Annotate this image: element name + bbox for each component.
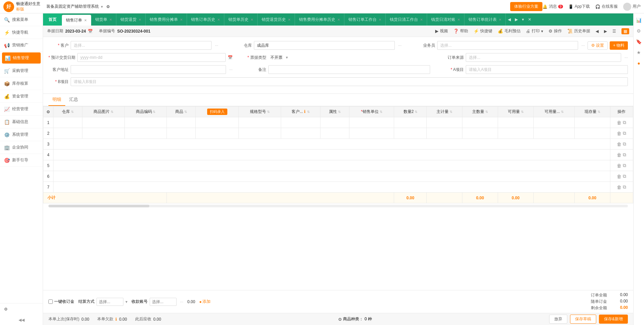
th-settings[interactable]: ⚙: [43, 107, 53, 117]
row-1-customer-code[interactable]: [281, 117, 320, 128]
tab-sales-refund-history[interactable]: 销货退货历史 ✕: [258, 13, 295, 26]
close-tab-icon[interactable]: ✕: [457, 18, 460, 22]
sidebar-item-system[interactable]: ⚙️ 系统管理: [0, 128, 43, 141]
tab-sales-order[interactable]: 销售订单 ✕: [62, 15, 91, 26]
sidebar-settings-btn[interactable]: ⚙: [0, 303, 43, 315]
sidebar-item-sales[interactable]: 📊 销售管理: [2, 52, 41, 64]
one-click-payment-input[interactable]: [48, 299, 53, 304]
row-1-code[interactable]: [124, 117, 167, 128]
history-next-btn[interactable]: ▶: [604, 29, 607, 34]
tab-sales-order-history[interactable]: 销售订单历史 ✕: [187, 13, 224, 26]
row-1-copy-btn[interactable]: ⧉: [623, 120, 626, 125]
right-icon-dot[interactable]: ●: [635, 59, 643, 67]
profit-btn[interactable]: 💰 毛利预估: [498, 28, 521, 34]
th-available[interactable]: 可用量: [498, 107, 533, 117]
chevron-icon[interactable]: ▾: [101, 4, 103, 9]
tab-home[interactable]: 首页: [43, 13, 62, 26]
row-1-warehouse[interactable]: [53, 117, 82, 128]
row-1-attribute[interactable]: [320, 117, 349, 128]
close-tab-icon[interactable]: ✕: [251, 18, 253, 22]
row-2-attribute[interactable]: [320, 128, 349, 139]
right-icon-chart[interactable]: 📊: [635, 16, 643, 24]
sidebar-item-finance[interactable]: 💰 资金管理: [0, 90, 43, 103]
close-tab-icon[interactable]: ✕: [420, 18, 423, 22]
delivery-date-input[interactable]: [77, 53, 226, 62]
row-7-delete-btn[interactable]: 🗑: [617, 185, 621, 190]
th-qty2[interactable]: 数量2: [394, 107, 427, 117]
row-2-product[interactable]: [167, 128, 196, 139]
row-2-copy-btn[interactable]: ⧉: [623, 130, 626, 136]
close-tab-icon[interactable]: ✕: [139, 18, 141, 22]
row-5-copy-btn[interactable]: ⧉: [623, 163, 626, 168]
history-btn[interactable]: 📜 历史单据: [567, 28, 590, 34]
right-icon-star[interactable]: ★: [635, 48, 643, 56]
warehouse-input[interactable]: [254, 41, 395, 50]
online-service-item[interactable]: 🎧 在线客服: [595, 4, 618, 9]
user-item[interactable]: 用户: [623, 3, 641, 11]
sidebar-item-inventory[interactable]: 📦 库存核算: [0, 77, 43, 90]
row-1-qty2[interactable]: [394, 117, 427, 128]
close-tab-icon[interactable]: ✕: [337, 18, 340, 22]
row-2-image[interactable]: [82, 128, 124, 139]
table-container[interactable]: ⚙ 仓库 商品图片 商品编码 商品 扫码录入 规格型号 客户... ℹ: [43, 106, 633, 290]
staff-dots-icon[interactable]: ···: [581, 43, 585, 48]
settlement-chevron[interactable]: ▾: [125, 299, 127, 304]
scan-btn[interactable]: 扫码录入: [207, 109, 227, 115]
sidebar-item-search[interactable]: 🔍 搜索菜单: [0, 13, 43, 26]
form-view-btn[interactable]: ▦: [621, 28, 629, 34]
receipt-no-input[interactable]: [150, 298, 177, 306]
close-tab-icon[interactable]: ✕: [288, 18, 291, 22]
row-2-available2[interactable]: [533, 128, 574, 139]
tab-cash-reconcile[interactable]: 钱货日清对账 ✕: [427, 13, 464, 26]
row-2-delete-btn[interactable]: 🗑: [617, 131, 621, 136]
add-material-btn[interactable]: + 物料: [610, 41, 628, 50]
tab-sales-summary[interactable]: 销售订单统计表 ✕: [464, 13, 506, 26]
row-1-main-unit[interactable]: [427, 117, 462, 128]
row-2-code[interactable]: [124, 128, 167, 139]
a-project-input[interactable]: [466, 65, 628, 74]
row-1-main-qty[interactable]: [462, 117, 498, 128]
customer-input[interactable]: [71, 41, 212, 50]
customer-dots-icon[interactable]: ···: [215, 43, 218, 48]
help-btn[interactable]: ❓ 帮助: [453, 28, 468, 34]
invoice-type-chevron[interactable]: ▾: [286, 55, 288, 60]
print-btn[interactable]: 🖨 打印 ▾: [526, 28, 543, 34]
add-payment-btn[interactable]: ● 添加: [199, 299, 210, 304]
tab-detail[interactable]: 明细: [48, 94, 65, 106]
tab-prev-btn[interactable]: ◀: [506, 13, 513, 26]
tab-close-all-btn[interactable]: ✕: [526, 13, 533, 26]
tab-sales-expense-split[interactable]: 销售费用分摊单 ✕: [146, 13, 187, 26]
one-click-payment-checkbox[interactable]: 一键收订金: [48, 299, 74, 304]
view-video-btn[interactable]: ▶ 视频: [435, 28, 448, 34]
tab-menu-btn[interactable]: ▾: [520, 13, 526, 26]
sidebar-item-operation[interactable]: 📈 经营管理: [0, 103, 43, 116]
row-1-image[interactable]: [82, 117, 124, 128]
sidebar-item-enterprise[interactable]: 🏢 企业协同: [0, 141, 43, 154]
order-source-input[interactable]: [466, 53, 621, 62]
th-main-unit[interactable]: 主计量: [427, 107, 462, 117]
warehouse-dots-icon[interactable]: ···: [398, 43, 402, 48]
receipt-no-dots-icon[interactable]: ···: [180, 299, 183, 304]
tab-sales-refund[interactable]: 销货退货 ✕: [116, 13, 146, 26]
th-warehouse[interactable]: 仓库: [53, 107, 82, 117]
history-prev-btn[interactable]: ◀: [596, 29, 599, 34]
th-product-image[interactable]: 商品图片: [82, 107, 124, 117]
row-2-customer-code[interactable]: [281, 128, 320, 139]
row-1-spec[interactable]: [238, 117, 281, 128]
row-3-copy-btn[interactable]: ⧉: [623, 141, 626, 147]
settings-icon[interactable]: ⚙: [106, 4, 110, 9]
staff-input[interactable]: [437, 41, 578, 50]
settlement-input[interactable]: [97, 298, 123, 306]
tab-sales-returns[interactable]: 销货单 ✕: [91, 13, 116, 26]
tab-sales-order-workbench[interactable]: 销售订单工作台 ✕: [344, 13, 386, 26]
row-4-delete-btn[interactable]: 🗑: [617, 152, 621, 158]
row-2-qty2[interactable]: [394, 128, 427, 139]
row-3-delete-btn[interactable]: 🗑: [617, 141, 621, 147]
close-tab-icon[interactable]: ✕: [109, 18, 112, 22]
b-project-input[interactable]: [71, 77, 628, 86]
table-scrollbar[interactable]: [43, 203, 633, 209]
th-sales-unit[interactable]: *销售单位: [349, 107, 394, 117]
tab-cash-daily[interactable]: 钱货日清工作台 ✕: [386, 13, 427, 26]
row-1-scan[interactable]: [196, 117, 239, 128]
tab-sales-returns-history[interactable]: 销货单历史 ✕: [224, 13, 258, 26]
